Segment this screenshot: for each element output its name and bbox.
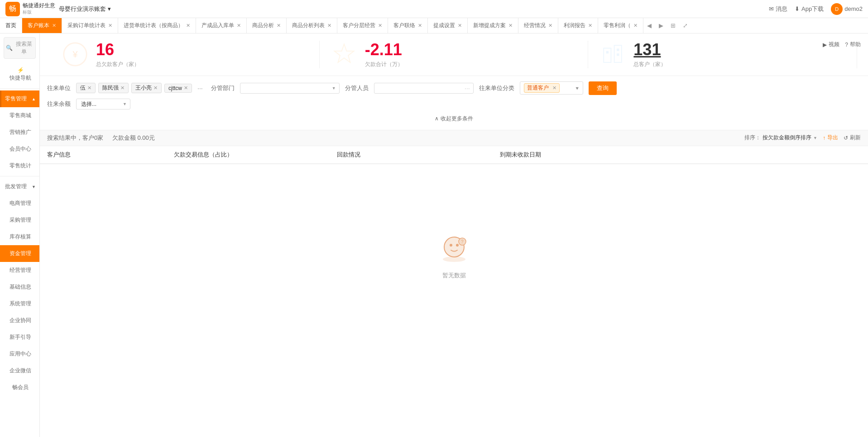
sidebar-item-enterprise[interactable]: 企业协同 (0, 312, 39, 329)
tab-close-goods-analysis[interactable]: ✕ (277, 23, 281, 28)
tab-next-btn[interactable]: ▶ (655, 18, 667, 33)
search-icon: 🔍 (6, 45, 13, 51)
sidebar-item-finance[interactable]: 资金管理 (0, 245, 39, 262)
tab-purchase-order[interactable]: 采购订单统计表 ✕ (62, 18, 118, 33)
search-menu-button[interactable]: 🔍 搜索菜单 (4, 37, 36, 59)
stat-debit-total: -2.11 欠款合计（万） (320, 41, 589, 68)
query-button[interactable]: 查询 (589, 81, 617, 95)
help-button[interactable]: ? 帮助 (845, 41, 861, 48)
tab-bar: 首页 客户账本 ✕ 采购订单统计表 ✕ 进货单统计表（按商品） ✕ 产成品入库单… (0, 18, 868, 33)
unit-tag-wu-close[interactable]: ✕ (87, 85, 91, 91)
filter-row-1: 往来单位 伍 ✕ 陈民强 ✕ 王小亮 ✕ cjttcw (47, 81, 861, 95)
account-selector[interactable]: 母婴行业演示账套 ▾ (59, 5, 111, 13)
tab-home[interactable]: 首页 (0, 18, 22, 33)
sidebar-item-member[interactable]: 会员中心 (0, 141, 39, 157)
stat-debit-customers: ¥ 16 总欠款客户（家） (51, 41, 320, 68)
tab-customer-account[interactable]: 客户账本 ✕ (22, 18, 62, 33)
app-download-button[interactable]: ⬇ App下载 (795, 5, 824, 13)
col-customer-info: 客户信息 (47, 151, 174, 159)
sidebar-item-retail-mall[interactable]: 零售商城 (0, 107, 39, 124)
tab-close-goods-stat[interactable]: ✕ (186, 23, 190, 28)
sidebar-item-batch[interactable]: 批发管理 ▼ (0, 178, 39, 195)
sidebar-item-operation[interactable]: 经营管理 (0, 262, 39, 279)
unit-tags-more[interactable]: ··· (195, 84, 206, 93)
tab-close-tier[interactable]: ✕ (378, 23, 382, 28)
sidebar-item-enterprise-wechat[interactable]: 企业微信 (0, 362, 39, 379)
tab-close-new-promo[interactable]: ✕ (508, 23, 513, 28)
video-help-button[interactable]: ▶ 视频 (823, 41, 839, 48)
sidebar-item-basic[interactable]: 基础信息 (0, 279, 39, 295)
tab-fullscreen-btn[interactable]: ⤢ (679, 18, 691, 33)
tab-close-purchase[interactable]: ✕ (108, 23, 112, 28)
stat-debit-total-label: 欠款合计（万） (365, 61, 403, 68)
sidebar-item-app-center[interactable]: 应用中心 (0, 346, 39, 362)
coin-icon: ¥ (62, 41, 89, 68)
tab-close-promo[interactable]: ✕ (458, 23, 462, 28)
sidebar-item-vip[interactable]: 畅会员 (0, 379, 39, 396)
stat-debit-total-info: -2.11 欠款合计（万） (365, 41, 403, 68)
tab-prev-btn[interactable]: ◀ (643, 18, 655, 33)
stat-total-customers-label: 总客户（家） (633, 61, 666, 68)
tab-profit-report[interactable]: 利润报告 ✕ (558, 18, 598, 33)
unit-tag-cjttcw-close[interactable]: ✕ (184, 85, 188, 91)
tab-goods-stat[interactable]: 进货单统计表（按商品） ✕ (118, 18, 196, 33)
collapse-icon: ∧ (435, 115, 439, 122)
sidebar-item-purchase[interactable]: 采购管理 (0, 212, 39, 228)
tab-expand-btn[interactable]: ⊞ (667, 18, 679, 33)
export-button[interactable]: ↑ 导出 (823, 134, 838, 142)
tab-product-instock[interactable]: 产成品入库单 ✕ (196, 18, 247, 33)
message-button[interactable]: ✉ 消息 (769, 5, 787, 13)
tab-close-customer-account[interactable]: ✕ (52, 23, 56, 28)
collapse-button[interactable]: ∧ 收起更多条件 (429, 113, 479, 124)
stat-total-customers: 131 总客户（家） (588, 41, 857, 68)
sidebar-item-retail-stats[interactable]: 零售统计 (0, 157, 39, 174)
stat-total-customers-value: 131 (633, 41, 666, 59)
tab-close-goods-list[interactable]: ✕ (327, 23, 331, 28)
selector-arrow-icon: ▾ (108, 5, 111, 12)
tab-customer-contact[interactable]: 客户联络 ✕ (388, 18, 428, 33)
table-body: ? 暂无数据 (40, 164, 868, 345)
balance-select[interactable]: 选择... (76, 99, 130, 109)
category-tag-close[interactable]: ✕ (552, 85, 556, 91)
sort-value[interactable]: 按欠款金额倒序排序 (762, 134, 811, 142)
refresh-button[interactable]: ↺ 刷新 (844, 134, 861, 142)
sort-arrow-icon: ▼ (813, 136, 817, 140)
tab-goods-analysis-list[interactable]: 商品分析列表 ✕ (287, 18, 337, 33)
stat-debit-customers-label: 总欠款客户（家） (96, 61, 139, 68)
category-tag: 普通客户 ✕ (524, 83, 560, 93)
unit-category-select[interactable]: 普通客户 ✕ ▼ (520, 81, 583, 95)
svg-text:?: ? (461, 239, 464, 244)
sidebar-item-inventory[interactable]: 库存核算 (0, 228, 39, 245)
sidebar-item-quick-nav[interactable]: ⚡ 快捷导航 (0, 62, 39, 86)
sidebar-item-new-guide[interactable]: 新手引导 (0, 329, 39, 346)
person-input[interactable] (374, 83, 474, 94)
result-bar: 搜索结果中，客户0家 欠款金额 0.00元 排序： 按欠款金额倒序排序 ▼ ↑ … (40, 130, 868, 146)
tab-new-promotion[interactable]: 新增提成方案 ✕ (468, 18, 518, 33)
sidebar-search-area: 🔍 搜索菜单 (0, 33, 39, 62)
unit-tag-cjttcw: cjttcw ✕ (164, 84, 192, 93)
tab-customer-tier[interactable]: 客户分层经营 ✕ (337, 18, 388, 33)
svg-rect-6 (617, 49, 619, 51)
tab-operation[interactable]: 经营情况 ✕ (518, 18, 558, 33)
unit-tag-wang-close[interactable]: ✕ (153, 85, 158, 91)
tab-close-contact[interactable]: ✕ (418, 23, 422, 28)
tab-promotion-settings[interactable]: 提成设置 ✕ (428, 18, 468, 33)
unit-tag-chen-close[interactable]: ✕ (120, 85, 125, 91)
dept-input[interactable] (240, 83, 340, 94)
tab-close-profit[interactable]: ✕ (588, 23, 592, 28)
help-icon: ? (845, 42, 848, 48)
dept-filter-label: 分管部门 (211, 84, 235, 92)
tab-close-op[interactable]: ✕ (548, 23, 552, 28)
filter-row-2: 往来余额 选择... (47, 99, 861, 109)
tab-retail-profit[interactable]: 零售利润（ ✕ (598, 18, 643, 33)
building-icon (599, 41, 626, 68)
sidebar-item-marketing[interactable]: 营销推广 (0, 124, 39, 141)
sidebar-item-retail[interactable]: 零售管理 ▲ (0, 90, 39, 107)
svg-rect-7 (617, 53, 619, 56)
user-menu[interactable]: D demo2 (831, 3, 863, 15)
tab-goods-analysis[interactable]: 商品分析 ✕ (247, 18, 287, 33)
tab-close-product[interactable]: ✕ (237, 23, 241, 28)
sidebar-item-system[interactable]: 系统管理 (0, 295, 39, 312)
sidebar-item-ecommerce[interactable]: 电商管理 (0, 195, 39, 212)
tab-close-retail[interactable]: ✕ (633, 23, 638, 28)
